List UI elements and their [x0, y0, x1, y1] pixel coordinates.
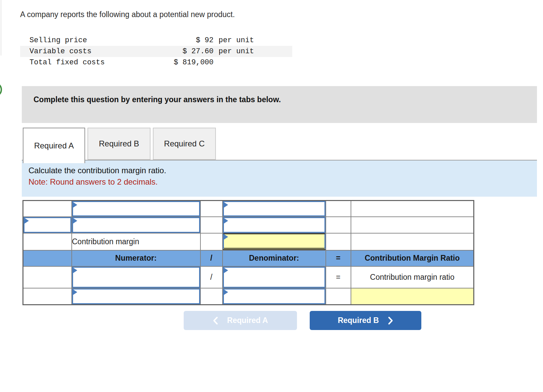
cell-marker-icon	[73, 202, 77, 208]
empty-cell	[326, 288, 351, 305]
cell-r3c4	[223, 233, 326, 250]
empty-cell	[23, 201, 72, 217]
header-equals-sign: =	[326, 250, 351, 266]
empty-cell	[200, 201, 223, 217]
tab-required-c[interactable]: Required C	[153, 128, 216, 160]
input-ratio-result[interactable]	[351, 288, 474, 305]
fact-label: Variable costs	[20, 47, 127, 56]
instruction-note: Note: Round answers to 2 decimals.	[28, 177, 537, 187]
prev-button-label: Required A	[227, 316, 268, 325]
cell-r6c4	[223, 288, 326, 305]
empty-cell	[23, 233, 72, 250]
cell-marker-icon	[224, 218, 228, 224]
empty-cell	[326, 217, 351, 233]
cell-marker-icon	[73, 268, 77, 273]
contribution-margin-label: Contribution margin	[72, 233, 200, 250]
input-denominator-value-2[interactable]	[223, 288, 325, 305]
fact-value: $ 92	[127, 36, 214, 45]
input-numerator-value-2[interactable]	[72, 288, 200, 305]
ratio-row-label: Contribution margin ratio	[351, 266, 474, 288]
empty-cell	[23, 288, 72, 305]
cell-marker-icon	[73, 218, 77, 224]
facts-table: Selling price $ 92 per unit Variable cos…	[20, 35, 292, 68]
chevron-left-icon	[213, 317, 218, 325]
tab-required-b[interactable]: Required B	[87, 128, 150, 160]
tab-required-a[interactable]: Required A	[23, 128, 85, 163]
question-intro: A company reports the following about a …	[20, 10, 235, 19]
complete-question-banner: Complete this question by entering your …	[22, 86, 537, 123]
cell-denominator-value	[223, 266, 326, 288]
cell-r2c2	[72, 217, 200, 233]
empty-cell	[200, 217, 223, 233]
panel-edge-divider	[1, 0, 1, 56]
empty-cell	[326, 201, 351, 217]
green-circle-icon	[0, 82, 2, 97]
fact-value: $ 27.60	[127, 47, 214, 56]
header-numerator: Numerator:	[72, 250, 200, 266]
empty-cell	[23, 266, 72, 288]
cell-r1c4	[223, 201, 326, 217]
instruction-panel: Calculate the contribution margin ratio.…	[22, 160, 537, 197]
cell-marker-icon	[24, 218, 29, 224]
input-r2c1[interactable]	[23, 217, 71, 233]
input-contribution-margin-total[interactable]	[223, 234, 325, 250]
cell-r2c1	[23, 217, 72, 233]
header-blank-cell	[23, 250, 72, 266]
fact-unit: per unit	[214, 47, 254, 56]
fact-row: Variable costs $ 27.60 per unit	[20, 46, 292, 57]
cell-numerator-value	[72, 266, 200, 288]
next-button-label: Required B	[338, 316, 379, 325]
cell-marker-icon	[224, 202, 228, 208]
answer-worksheet: Contribution margin Numerator: / Denomin…	[22, 200, 474, 305]
input-r2c2[interactable]	[72, 217, 200, 233]
cell-r6c2	[72, 288, 200, 305]
fact-label: Total fixed costs	[20, 58, 127, 67]
fact-label: Selling price	[20, 36, 127, 45]
empty-cell	[351, 201, 474, 217]
chevron-right-icon	[388, 317, 393, 325]
fact-row: Total fixed costs $ 819,000	[20, 57, 292, 68]
tab-navigation: Required A Required B	[184, 311, 421, 330]
divide-sign: /	[200, 266, 223, 288]
equals-sign: =	[326, 266, 351, 288]
empty-cell	[200, 288, 223, 305]
cell-marker-icon	[224, 268, 228, 273]
input-denominator-value[interactable]	[223, 267, 325, 288]
fact-value: $ 819,000	[127, 58, 214, 67]
input-r2c4[interactable]	[223, 217, 325, 233]
fact-unit: per unit	[214, 36, 254, 45]
empty-cell	[200, 233, 223, 250]
cell-marker-icon	[224, 234, 228, 240]
required-tabs: Required A Required B Required C	[23, 128, 216, 163]
prev-required-a-button[interactable]: Required A	[184, 311, 297, 330]
cell-marker-icon	[224, 289, 228, 295]
next-required-b-button[interactable]: Required B	[310, 311, 421, 330]
input-r1c4[interactable]	[223, 201, 325, 216]
empty-cell	[326, 233, 351, 250]
empty-cell	[351, 233, 474, 250]
cell-marker-icon	[73, 289, 77, 295]
fact-row: Selling price $ 92 per unit	[20, 35, 292, 46]
input-r1c2[interactable]	[72, 201, 200, 216]
header-ratio: Contribution Margin Ratio	[351, 250, 474, 266]
cell-r1c2	[72, 201, 200, 217]
header-denominator: Denominator:	[223, 250, 326, 266]
cell-r2c4	[223, 217, 326, 233]
empty-cell	[351, 217, 474, 233]
header-divide-sign: /	[200, 250, 223, 266]
instruction-text: Calculate the contribution margin ratio.	[28, 166, 537, 175]
input-numerator-value[interactable]	[72, 267, 200, 288]
